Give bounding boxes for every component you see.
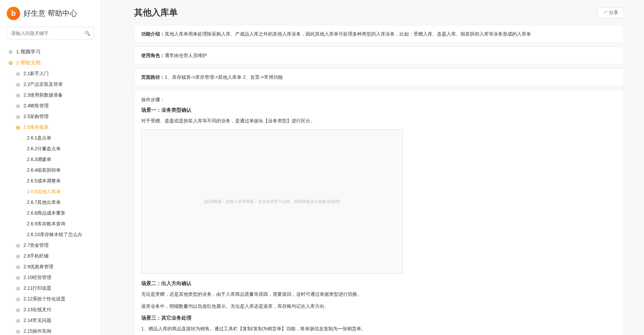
nav-label: 2.10经营管理 [23, 275, 51, 281]
scene1-title: 场景一：业务类型确认 [141, 107, 617, 113]
nav-label: 2.5采购管理 [23, 114, 49, 120]
scene1-text: 对于受赠、盘盈或是拆装入库等不同的业务，是通过单据头【业务类型】进行区分。 [141, 116, 617, 125]
nav-label: 2.6.4组装拆卸单 [27, 167, 61, 173]
nav-label: 2.6.2分量盘点单 [27, 146, 61, 152]
nav-label: 1.视频学习 [16, 49, 41, 55]
scene3-title: 场景三：其它业务处理 [141, 315, 617, 321]
nav-label: 2.6.7其他出库单 [27, 200, 61, 206]
scene3-text: 1、赠品入库的商品直接转为销售。通过工具栏【复制/复制为销货单】功能，将单据信息… [141, 324, 617, 333]
nav-2-6-6[interactable]: 2.6.6其他入库单 [7, 186, 100, 197]
nav-label: 2.8手机旺铺 [23, 253, 49, 259]
main-content: 其他入库单 ↗ 分享 功能介绍：其他入库单用来处理除采购入库、产成品入库之外的其… [101, 0, 644, 335]
nav-label: 2.9优惠券管理 [23, 264, 53, 270]
nav-2-6-1[interactable]: 2.6.1盘点单 [7, 133, 100, 144]
nav-2-11[interactable]: ⊕2.11打印设置 [7, 283, 100, 294]
logo-text: 好生意 帮助中心 [23, 8, 77, 18]
search-box[interactable]: 🔍 [7, 27, 94, 40]
nav-2-6-2[interactable]: 2.6.2分量盘点单 [7, 144, 100, 154]
role-label: 使用角色： [141, 53, 165, 58]
nav-label: 2.13在线支付 [23, 307, 51, 313]
minus-icon: ⊖ [15, 124, 21, 130]
nav-2-6-3[interactable]: 2.6.3调拨单 [7, 154, 100, 165]
nav-2-6-9[interactable]: 2.6.9库存账本查询 [7, 219, 100, 229]
nav-label: 2.15操作实例 [23, 328, 51, 334]
nav-2-8[interactable]: ⊕2.8手机旺铺 [7, 251, 100, 262]
nav-label: 2.4销售管理 [23, 103, 49, 109]
nav-label: 2.1新手入门 [23, 71, 49, 77]
embedded-screenshot: [应用截图：其他入库单界面，含业务类型下拉框、明细表格及红色标注说明] [141, 129, 403, 274]
scene2-title: 场景二：出入方向确认 [141, 280, 617, 287]
nav-label: 2.6.8商品成本重算 [27, 210, 65, 216]
sidebar: b 好生意 帮助中心 🔍 ⊕ 1.视频学习 ⊖ 2.帮助文档 ⊕2.1新手入门 … [0, 0, 101, 335]
nav-label: 2.6.6其他入库单 [27, 189, 61, 195]
title-row: 其他入库单 ↗ 分享 [134, 7, 624, 18]
intro-text: 其他入库单用来处理除采购入库、产成品入库之外的其他入库业务，因此其他入库单可处理… [165, 31, 531, 37]
intro-label: 功能介绍： [141, 31, 165, 37]
plus-icon: ⊕ [15, 275, 21, 281]
nav-2-7[interactable]: ⊕2.7资金管理 [7, 240, 100, 251]
nav-2-4[interactable]: ⊕2.4销售管理 [7, 101, 100, 111]
nav-label: 2.6.10库存账本错了怎么办 [27, 232, 82, 238]
nav-label: 2.14常见问题 [23, 318, 51, 324]
logo-row: b 好生意 帮助中心 [7, 7, 100, 20]
plus-icon: ⊕ [15, 242, 21, 248]
plus-icon: ⊕ [15, 296, 21, 302]
nav-label: 2.3使用前数据准备 [23, 92, 63, 98]
nav-2-6[interactable]: ⊖2.6库存核算 [7, 122, 100, 133]
nav-2-5[interactable]: ⊕2.5采购管理 [7, 111, 100, 122]
path-card: 页面路径：1、库存核算->库存管理->其他入库单 2、首页->常用功能 [134, 68, 624, 86]
path-text: 1、库存核算->库存管理->其他入库单 2、首页->常用功能 [165, 74, 283, 80]
plus-icon: ⊕ [15, 307, 21, 313]
plus-icon: ⊕ [7, 49, 13, 55]
nav-label: 2.12系统个性化设置 [23, 296, 65, 302]
nav-2-6-10[interactable]: 2.6.10库存账本错了怎么办 [7, 229, 100, 240]
nav-2-6-7[interactable]: 2.6.7其他出库单 [7, 197, 100, 208]
nav-2-14[interactable]: ⊕2.14常见问题 [7, 315, 100, 326]
nav-2-9[interactable]: ⊕2.9优惠券管理 [7, 262, 100, 272]
minus-icon: ⊖ [7, 60, 13, 66]
logo-icon: b [7, 7, 20, 20]
page-title: 其他入库单 [134, 7, 178, 18]
nav-2-2[interactable]: ⊕2.2产品安装及登录 [7, 79, 100, 90]
plus-icon: ⊕ [15, 92, 21, 98]
scene2-text1: 无论是受赠，还是其他类型的业务，由于入库商品质量等原因，需要退回，这时可通过单据… [141, 289, 617, 299]
nav-label: 2.6.9库存账本查询 [27, 221, 65, 227]
plus-icon: ⊕ [15, 318, 21, 324]
nav-label: 2.2产品安装及登录 [23, 81, 63, 88]
role-card: 使用角色：通常由仓管人员维护 [134, 47, 624, 64]
plus-icon: ⊕ [15, 253, 21, 259]
nav-2-12[interactable]: ⊕2.12系统个性化设置 [7, 294, 100, 304]
role-text: 通常由仓管人员维护 [165, 53, 207, 58]
nav-label: 2.6.5成本调整单 [27, 178, 61, 184]
nav-label: 2.11打印设置 [23, 285, 51, 291]
plus-icon: ⊕ [15, 71, 21, 77]
nav-2-1[interactable]: ⊕2.1新手入门 [7, 68, 100, 79]
search-icon[interactable]: 🔍 [85, 31, 90, 36]
plus-icon: ⊕ [15, 81, 21, 88]
nav-2-13[interactable]: ⊕2.13在线支付 [7, 304, 100, 315]
plus-icon: ⊕ [15, 103, 21, 109]
plus-icon: ⊕ [15, 328, 21, 334]
nav-label: 2.6.1盘点单 [27, 135, 51, 141]
scene2-text2: 退库业务中，明细数量均以负值红色展示。无论是入库还是退库，库存账均记在入库方向。 [141, 301, 617, 311]
nav-2-3[interactable]: ⊕2.3使用前数据准备 [7, 90, 100, 101]
nav-2-6-4[interactable]: 2.6.4组装拆卸单 [7, 165, 100, 176]
nav-2-6-8[interactable]: 2.6.8商品成本重算 [7, 208, 100, 219]
share-button[interactable]: ↗ 分享 [597, 7, 624, 18]
nav-2-10[interactable]: ⊕2.10经营管理 [7, 272, 100, 283]
plus-icon: ⊕ [15, 114, 21, 120]
nav-label: 2.6库存核算 [23, 124, 49, 130]
content-block: 操作步骤： 场景一：业务类型确认 对于受赠、盘盈或是拆装入库等不同的业务，是通过… [134, 90, 624, 335]
intro-card: 功能介绍：其他入库单用来处理除采购入库、产成品入库之外的其他入库业务，因此其他入… [134, 25, 624, 43]
nav-label: 2.6.3调拨单 [27, 157, 51, 163]
path-label: 页面路径： [141, 74, 165, 80]
nav-2-15[interactable]: ⊕2.15操作实例 [7, 326, 100, 335]
plus-icon: ⊕ [15, 285, 21, 291]
nav-help-docs[interactable]: ⊖ 2.帮助文档 [7, 57, 100, 68]
search-input[interactable] [7, 27, 94, 39]
nav-2-6-5[interactable]: 2.6.5成本调整单 [7, 176, 100, 186]
nav-video-learning[interactable]: ⊕ 1.视频学习 [7, 46, 100, 57]
nav-label: 2.7资金管理 [23, 242, 49, 248]
plus-icon: ⊕ [15, 264, 21, 270]
nav-label: 2.帮助文档 [16, 60, 41, 66]
